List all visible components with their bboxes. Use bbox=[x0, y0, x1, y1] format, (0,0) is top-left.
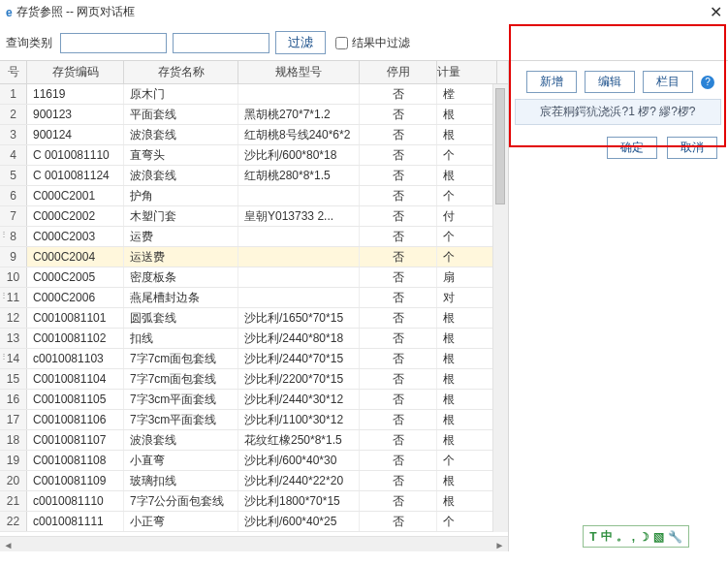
table-row[interactable]: 5C 0010081124波浪套线红胡桃280*8*1.5否根 bbox=[0, 166, 508, 186]
table-row[interactable]: 20C0010081109玻璃扣线沙比利/2440*22*20否根 bbox=[0, 471, 508, 491]
filter-in-results-checkbox[interactable] bbox=[335, 37, 348, 49]
cell-stop: 否 bbox=[360, 227, 437, 246]
cell-code: C000C2001 bbox=[27, 186, 124, 205]
table-row[interactable]: 12C0010081101圆弧套线沙比利/1650*70*15否根 bbox=[0, 308, 508, 329]
table-row[interactable]: 7C000C2002木塑门套皇朝Y013733 2...否付 bbox=[0, 206, 508, 227]
table-row[interactable]: 18C0010081107波浪套线花纹红橡250*8*1.5否根 bbox=[0, 430, 508, 451]
cell-stop: 否 bbox=[360, 206, 437, 226]
cell-code: C0010081104 bbox=[27, 369, 124, 389]
table-row[interactable]: 15C00100811047字7cm面包套线沙比利/2200*70*15否根 bbox=[0, 369, 508, 390]
cell-spec: 沙比利/2440*80*18 bbox=[238, 329, 360, 348]
cell-unit: 个 bbox=[437, 186, 497, 205]
cell-code: C0010081101 bbox=[27, 308, 124, 328]
table-row[interactable]: 13C0010081102扣线沙比利/2440*80*18否根 bbox=[0, 329, 508, 349]
col-stop[interactable]: 停用 bbox=[360, 61, 437, 83]
cell-stop: 否 bbox=[360, 349, 437, 368]
cell-name: 小正弯 bbox=[124, 512, 238, 531]
cell-stop: 否 bbox=[360, 145, 437, 165]
grid-header: 号 存货编码 存货名称 规格型号 停用 计量 bbox=[0, 61, 508, 84]
table-row[interactable]: 2900123平面套线黑胡桃270*7*1.2否根 bbox=[0, 105, 508, 125]
filter-button[interactable]: 过滤 bbox=[275, 31, 326, 54]
cell-code: c0010081103 bbox=[27, 349, 124, 368]
query-type-select[interactable] bbox=[60, 33, 167, 53]
cell-spec: 黑胡桃270*7*1.2 bbox=[238, 105, 360, 124]
table-row[interactable]: 4C 0010081110直弯头沙比利/600*80*18否个 bbox=[0, 145, 508, 166]
cell-unit: 个 bbox=[437, 145, 497, 165]
table-row[interactable]: 17C00100811067字3cm平面套线沙比利/1100*30*12否根 bbox=[0, 410, 508, 430]
cell-unit: 根 bbox=[437, 430, 497, 450]
cell-name: 直弯头 bbox=[124, 145, 238, 165]
horizontal-scrollbar[interactable]: ◄ ► bbox=[0, 536, 508, 551]
table-row[interactable]: ⋮8C000C2003运费否个 bbox=[0, 227, 508, 247]
cell-spec: 沙比利/600*80*18 bbox=[238, 145, 360, 165]
cell-spec bbox=[238, 186, 360, 205]
table-row[interactable]: 21c00100811107字7公分面包套线沙比利1800*70*15否根 bbox=[0, 491, 508, 512]
cell-spec: 花纹红橡250*8*1.5 bbox=[238, 430, 360, 450]
col-name[interactable]: 存货名称 bbox=[124, 61, 238, 83]
help-icon[interactable]: ? bbox=[701, 76, 714, 89]
table-row[interactable]: 3900124波浪套线红胡桃8号线240*6*2否根 bbox=[0, 125, 508, 145]
cell-name: 燕尾槽封边条 bbox=[124, 288, 238, 307]
cell-unit: 根 bbox=[437, 308, 497, 328]
cell-code: C0010081109 bbox=[27, 471, 124, 490]
right-panel: 新增 编辑 栏目 ? 宸茬粡鍔犺浇浜?1 椤? 繆?椤? 确定 取消 bbox=[509, 61, 727, 551]
cell-name: 7字7cm面包套线 bbox=[124, 369, 238, 389]
table-row[interactable]: 9C000C2004运送费否个 bbox=[0, 247, 508, 267]
cell-stop: 否 bbox=[360, 308, 437, 328]
vertical-scrollbar[interactable] bbox=[492, 84, 508, 532]
cell-stop: 否 bbox=[360, 186, 437, 205]
col-rownum[interactable]: 号 bbox=[0, 61, 27, 83]
table-row[interactable]: ⋮11C000C2006燕尾槽封边条否对 bbox=[0, 288, 508, 308]
table-row[interactable]: 16C00100811057字3cm平面套线沙比利/2440*30*12否根 bbox=[0, 390, 508, 410]
cell-spec bbox=[238, 84, 360, 104]
columns-button[interactable]: 栏目 bbox=[643, 71, 693, 93]
window-title: 存货参照 -- 网页对话框 bbox=[16, 4, 136, 20]
ime-comma-icon[interactable]: , bbox=[632, 530, 635, 544]
cell-unit: 根 bbox=[437, 105, 497, 124]
query-value-input[interactable] bbox=[173, 33, 269, 53]
table-row[interactable]: ⋮14c00100811037字7cm面包套线沙比利/2440*70*15否根 bbox=[0, 349, 508, 369]
cell-unit: 个 bbox=[437, 512, 497, 531]
cell-spec: 皇朝Y013733 2... bbox=[238, 206, 360, 226]
vertical-scroll-thumb[interactable] bbox=[495, 88, 505, 204]
table-row[interactable]: 19C0010081108小直弯沙比利/600*40*30否个 bbox=[0, 451, 508, 471]
ime-toolbar[interactable]: T 中 。 , ☽ ▧ 🔧 bbox=[583, 525, 689, 548]
table-row[interactable]: 22c0010081111小正弯沙比利/600*40*25否个 bbox=[0, 512, 508, 532]
cell-code: C000C2005 bbox=[27, 267, 124, 287]
ime-moon-icon[interactable]: ☽ bbox=[639, 530, 649, 544]
cell-name: 运费 bbox=[124, 227, 238, 246]
col-unit[interactable]: 计量 bbox=[437, 61, 497, 83]
cell-code: C0010081102 bbox=[27, 329, 124, 348]
ime-dot-icon[interactable]: 。 bbox=[617, 528, 628, 545]
grid-area: 号 存货编码 存货名称 规格型号 停用 计量 111619原木门否樘290012… bbox=[0, 61, 509, 551]
col-spec[interactable]: 规格型号 bbox=[238, 61, 360, 83]
cell-unit: 根 bbox=[437, 166, 497, 185]
cell-stop: 否 bbox=[360, 166, 437, 185]
ok-button[interactable]: 确定 bbox=[607, 137, 657, 159]
cell-spec bbox=[238, 288, 360, 307]
cell-unit: 根 bbox=[437, 410, 497, 429]
cell-code: C0010081105 bbox=[27, 390, 124, 409]
scroll-left-icon[interactable]: ◄ bbox=[2, 539, 15, 550]
cell-code: 900124 bbox=[27, 125, 124, 144]
cell-code: C000C2004 bbox=[27, 247, 124, 267]
ime-square-icon[interactable]: ▧ bbox=[653, 530, 664, 544]
scroll-right-icon[interactable]: ► bbox=[493, 539, 506, 550]
ime-t-icon[interactable]: T bbox=[589, 530, 596, 544]
table-row[interactable]: 6C000C2001护角否个 bbox=[0, 186, 508, 206]
filter-in-results[interactable]: 结果中过滤 bbox=[335, 35, 410, 51]
add-button[interactable]: 新增 bbox=[526, 71, 577, 93]
cell-stop: 否 bbox=[360, 410, 437, 429]
table-row[interactable]: 111619原木门否樘 bbox=[0, 84, 508, 105]
cancel-button[interactable]: 取消 bbox=[667, 137, 717, 159]
table-row[interactable]: 10C000C2005密度板条否扇 bbox=[0, 267, 508, 288]
col-code[interactable]: 存货编码 bbox=[27, 61, 124, 83]
close-icon[interactable]: ✕ bbox=[710, 3, 722, 21]
row-number: 16 bbox=[0, 390, 27, 409]
cell-spec: 沙比利/1650*70*15 bbox=[238, 308, 360, 328]
row-number: 22 bbox=[0, 512, 27, 531]
ime-zhong-icon[interactable]: 中 bbox=[601, 528, 613, 545]
cell-name: 7字7cm面包套线 bbox=[124, 349, 238, 368]
edit-button[interactable]: 编辑 bbox=[585, 71, 635, 93]
ime-wrench-icon[interactable]: 🔧 bbox=[668, 530, 682, 544]
